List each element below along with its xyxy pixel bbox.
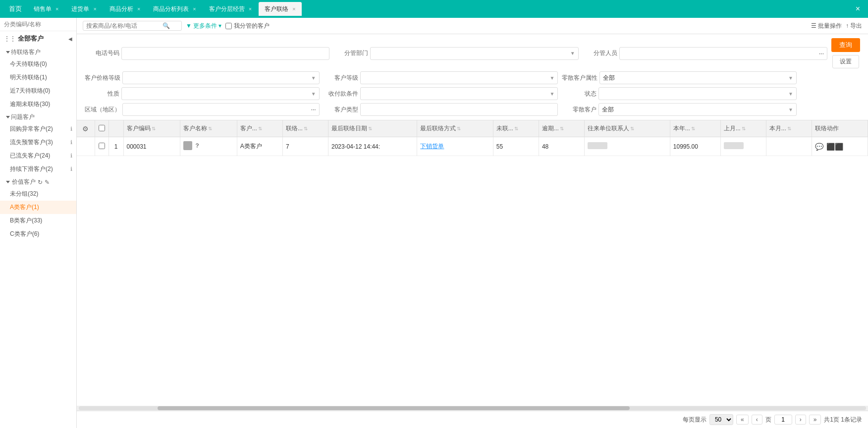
- sidebar-item-tomorrow-contact[interactable]: 明天待联络(1): [0, 71, 76, 84]
- sidebar-item-lost-customers[interactable]: 已流失客户(24) ℹ: [0, 149, 76, 162]
- sort-lastmonth-icon[interactable]: ⇅: [742, 126, 746, 131]
- sidebar-item-c-class[interactable]: C类客户(6): [0, 227, 76, 241]
- sidebar-item-repurchase-abnormal[interactable]: 回购异常客户(2) ℹ: [0, 122, 76, 136]
- row-checkbox[interactable]: [95, 137, 108, 156]
- sort-name-icon[interactable]: ⇅: [208, 126, 212, 131]
- refresh-icon[interactable]: ↻: [38, 179, 43, 186]
- manager-input[interactable]: ···: [619, 47, 827, 60]
- status-select[interactable]: ▼: [598, 87, 797, 100]
- sort-code-icon[interactable]: ⇅: [152, 126, 156, 131]
- window-close-icon[interactable]: ×: [852, 4, 864, 13]
- group-problem-customers[interactable]: 问题客户: [0, 111, 76, 122]
- sort-overdue-icon[interactable]: ⇅: [560, 126, 564, 131]
- region-select[interactable]: ···: [122, 103, 320, 116]
- sidebar-item-overdue-contact[interactable]: 逾期未联络(30): [0, 98, 76, 111]
- category-search-input[interactable]: [4, 21, 77, 28]
- sort-date-icon[interactable]: ⇅: [368, 126, 372, 131]
- more-action-icon[interactable]: ⬛⬛: [826, 143, 843, 151]
- my-customer-checkbox-area[interactable]: 我分管的客户: [225, 22, 270, 30]
- search-icon[interactable]: 🔍: [163, 22, 170, 29]
- payment-select[interactable]: ▼: [360, 87, 558, 100]
- sort-year-icon[interactable]: ⇅: [691, 126, 695, 131]
- col-current-month[interactable]: 本月... ⇅: [766, 120, 812, 137]
- sort-type-icon[interactable]: ⇅: [258, 126, 262, 131]
- horizontal-scrollbar[interactable]: [77, 406, 868, 411]
- sort-method-icon[interactable]: ⇅: [457, 126, 461, 131]
- collapse-sidebar-icon[interactable]: ◀: [68, 36, 72, 42]
- col-customer-name[interactable]: 客户名称 ⇅: [180, 120, 237, 137]
- sort-contact-icon[interactable]: ⇅: [304, 126, 308, 131]
- col-contact-count[interactable]: 联络... ⇅: [282, 120, 328, 137]
- col-customer-code[interactable]: 客户编码 ⇅: [123, 120, 180, 137]
- nature-select[interactable]: ▼: [121, 87, 320, 100]
- sort-month-icon[interactable]: ⇅: [787, 126, 791, 131]
- tab-customer-segment[interactable]: 客户分层经营 ×: [203, 2, 258, 16]
- price-level-select[interactable]: ▼: [122, 71, 320, 84]
- sort-company-icon[interactable]: ⇅: [630, 126, 634, 131]
- edit-icon[interactable]: ✎: [45, 179, 50, 186]
- more-filter-btn[interactable]: ▼ 更多条件 ▾: [186, 22, 221, 30]
- batch-operation-btn[interactable]: ☰ 批量操作: [811, 22, 842, 30]
- all-customers-section[interactable]: ⋮⋮ 全部客户 ◀: [0, 31, 76, 46]
- tab-product-list[interactable]: 商品分析列表 ×: [147, 2, 202, 16]
- customer-type-input[interactable]: [360, 103, 558, 116]
- first-page-btn[interactable]: «: [736, 415, 749, 425]
- sidebar-item-loss-warning[interactable]: 流失预警客户(3) ℹ: [0, 136, 76, 149]
- close-segment-tab[interactable]: ×: [249, 6, 252, 12]
- col-year-amount[interactable]: 本年... ⇅: [670, 120, 720, 137]
- row-last-contact-method[interactable]: 下销货单: [417, 137, 493, 156]
- dept-select[interactable]: ▼: [370, 47, 578, 60]
- scrollbar-thumb[interactable]: [158, 406, 630, 410]
- message-action-icon[interactable]: 💬: [815, 143, 823, 151]
- col-last-month[interactable]: 上月... ⇅: [720, 120, 766, 137]
- close-purchase-tab[interactable]: ×: [93, 6, 96, 12]
- customer-level-select[interactable]: ▼: [360, 71, 558, 84]
- sidebar-item-unclassified[interactable]: 未分组(32): [0, 187, 76, 201]
- col-checkbox-header[interactable]: [95, 120, 108, 137]
- select-all-checkbox[interactable]: [99, 125, 105, 131]
- my-customer-checkbox[interactable]: [225, 23, 232, 29]
- scrollbar-track[interactable]: [79, 406, 866, 410]
- sidebar-item-declining-customers[interactable]: 持续下滑客户(2) ℹ: [0, 162, 76, 176]
- tab-sales[interactable]: 销售单 ×: [28, 2, 64, 16]
- tab-purchase[interactable]: 进货单 ×: [65, 2, 102, 16]
- col-overdue[interactable]: 逾期... ⇅: [539, 120, 584, 137]
- col-last-contact-method[interactable]: 最后联络方式 ⇅: [417, 120, 493, 137]
- close-product-list-tab[interactable]: ×: [193, 6, 196, 12]
- group-pending-contact[interactable]: 待联络客户: [0, 46, 76, 57]
- last-page-btn[interactable]: »: [809, 415, 821, 425]
- page-input[interactable]: [774, 415, 792, 425]
- region-dots-icon[interactable]: ···: [311, 106, 316, 113]
- close-contact-tab[interactable]: ×: [292, 6, 295, 12]
- query-button[interactable]: 查询: [831, 38, 860, 52]
- sort-nocontact-icon[interactable]: ⇅: [514, 126, 518, 131]
- manager-dots-icon[interactable]: ···: [819, 50, 824, 57]
- close-product-analysis-tab[interactable]: ×: [137, 6, 140, 12]
- sidebar-item-today-contact[interactable]: 今天待联络(0): [0, 57, 76, 71]
- gear-settings-icon[interactable]: ⚙: [82, 125, 89, 133]
- close-sales-tab[interactable]: ×: [55, 6, 58, 12]
- tab-product-analysis[interactable]: 商品分析 ×: [104, 2, 146, 16]
- home-tab[interactable]: 首页: [4, 4, 27, 13]
- export-btn[interactable]: ↑ 导出: [846, 22, 862, 30]
- col-last-contact-date[interactable]: 最后联络日期 ⇅: [328, 120, 417, 137]
- expand-value-icon[interactable]: [6, 181, 10, 183]
- scatter-customer-select[interactable]: 全部 ▼: [598, 103, 797, 116]
- per-page-select[interactable]: 50: [709, 414, 733, 425]
- col-company-contact[interactable]: 往来单位联系人 ⇅: [585, 120, 670, 137]
- settings-button[interactable]: 设置: [832, 55, 859, 68]
- row-select-checkbox[interactable]: [99, 143, 105, 149]
- sidebar-item-b-class[interactable]: B类客户(33): [0, 214, 76, 227]
- sidebar-item-a-class[interactable]: A类客户(1): [0, 201, 76, 214]
- col-customer-type[interactable]: 客户... ⇅: [237, 120, 282, 137]
- search-input[interactable]: [86, 22, 161, 29]
- col-settings-header[interactable]: ⚙: [77, 120, 95, 137]
- scatter-attr-select[interactable]: 全部 ▼: [599, 71, 797, 84]
- col-no-contact[interactable]: 未联... ⇅: [493, 120, 539, 137]
- prev-page-btn[interactable]: ‹: [752, 415, 762, 425]
- phone-input[interactable]: [121, 47, 329, 60]
- next-page-btn[interactable]: ›: [795, 415, 806, 425]
- sidebar-item-7day-contact[interactable]: 近7天待联络(0): [0, 84, 76, 98]
- row-no-contact-days: 55: [493, 137, 539, 156]
- tab-customer-contact[interactable]: 客户联络 ×: [259, 2, 301, 16]
